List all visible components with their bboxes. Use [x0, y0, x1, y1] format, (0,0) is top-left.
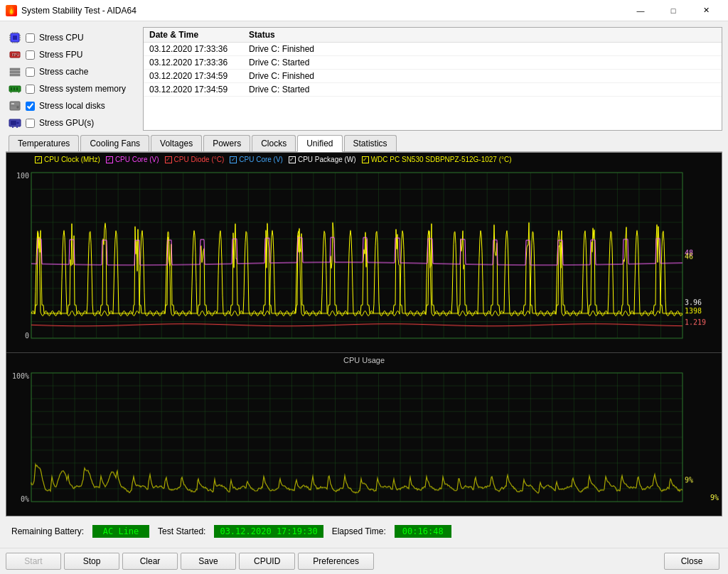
titlebar: System Stability Test - AIDA64 — □ ✕: [0, 0, 728, 21]
log-row-date: 03.12.2020 17:34:59: [149, 71, 249, 81]
svg-rect-34: [16, 126, 18, 128]
log-row-status: Drive C: Started: [249, 85, 716, 94]
legend-label: CPU Package (W): [298, 156, 356, 163]
stress-fpu-checkbox[interactable]: [26, 50, 35, 60]
stress-options-panel: Stress CPU FPU Stress FPU: [6, 27, 137, 131]
svg-rect-21: [11, 87, 12, 90]
stress-local-checkbox[interactable]: [26, 102, 35, 111]
elapsed-value: 00:16:48: [395, 525, 451, 538]
stress-local-item: Stress local disks: [6, 98, 137, 114]
stress-cache-item: Stress cache: [6, 64, 137, 80]
cpu-usage-chart: CPU Usage 9%: [6, 353, 722, 516]
log-row-date: 03.12.2020 17:34:59: [149, 85, 249, 94]
cpu-usage-chart-canvas[interactable]: [6, 353, 722, 516]
stress-memory-checkbox[interactable]: [26, 85, 35, 94]
test-started-label: Test Started:: [158, 526, 205, 536]
tab-clocks[interactable]: Clocks: [252, 135, 296, 151]
legend-label: CPU Diode (°C): [174, 156, 225, 163]
unified-chart: CPU Clock (MHz)CPU Core (V)CPU Diode (°C…: [6, 153, 722, 353]
legend-item[interactable]: CPU Core (V): [106, 156, 159, 163]
legend-checkbox[interactable]: [165, 156, 172, 163]
cpu-usage-title: CPU Usage: [343, 356, 385, 364]
log-header-date: Date & Time: [149, 30, 249, 40]
svg-rect-1: [13, 36, 17, 40]
cache-icon: [9, 65, 21, 78]
close-button[interactable]: Close: [664, 553, 719, 570]
charts-area: CPU Clock (MHz)CPU Core (V)CPU Diode (°C…: [6, 152, 722, 516]
stress-memory-label: Stress system memory: [39, 84, 126, 94]
app-title: System Stability Test - AIDA64: [21, 6, 136, 16]
stop-button[interactable]: Stop: [64, 553, 119, 570]
log-scroll-area[interactable]: 03.12.2020 17:33:36Drive C: Finished03.1…: [144, 43, 722, 130]
svg-rect-18: [10, 71, 20, 73]
legend-item[interactable]: CPU Package (W): [289, 156, 356, 163]
stress-gpu-checkbox[interactable]: [26, 119, 35, 128]
svg-rect-24: [11, 92, 11, 93]
save-button[interactable]: Save: [181, 553, 236, 570]
legend-item[interactable]: CPU Diode (°C): [165, 156, 225, 163]
stress-cache-checkbox[interactable]: [26, 67, 35, 77]
battery-value: AC Line: [92, 525, 149, 538]
log-header: Date & Time Status: [144, 28, 722, 43]
legend-checkbox[interactable]: [362, 156, 369, 163]
battery-label: Remaining Battery:: [11, 526, 84, 536]
preferences-button[interactable]: Preferences: [298, 553, 374, 570]
tab-statistics[interactable]: Statistics: [344, 135, 397, 151]
tab-voltages[interactable]: Voltages: [151, 135, 202, 151]
titlebar-left: System Stability Test - AIDA64: [6, 5, 136, 16]
tabs-bar: Temperatures Cooling Fans Voltages Power…: [6, 135, 722, 152]
tab-cooling-fans[interactable]: Cooling Fans: [80, 135, 149, 151]
stress-cache-label: Stress cache: [39, 67, 88, 77]
legend-item[interactable]: WDC PC SN530 SDBPNPZ-512G-1027 (°C): [362, 156, 512, 163]
cpu-icon: [9, 31, 21, 44]
titlebar-controls: — □ ✕: [624, 0, 722, 21]
legend-checkbox[interactable]: [289, 156, 296, 163]
stress-cpu-checkbox[interactable]: [26, 33, 35, 43]
close-window-button[interactable]: ✕: [690, 0, 722, 21]
log-row: 03.12.2020 17:33:36Drive C: Started: [144, 56, 722, 70]
legend-label: CPU Clock (MHz): [44, 156, 100, 163]
svg-text:FPU: FPU: [12, 53, 19, 57]
maximize-button[interactable]: □: [657, 0, 690, 21]
legend-label: WDC PC SN530 SDBPNPZ-512G-1027 (°C): [371, 156, 512, 163]
legend-checkbox[interactable]: [106, 156, 113, 163]
svg-rect-22: [14, 87, 15, 90]
stress-fpu-item: FPU Stress FPU: [6, 47, 137, 63]
legend-item[interactable]: CPU Core (V): [230, 156, 283, 163]
svg-rect-25: [18, 92, 19, 93]
svg-rect-31: [11, 121, 16, 125]
log-row: 03.12.2020 17:34:59Drive C: Finished: [144, 70, 722, 83]
disk-icon: [9, 99, 21, 112]
stress-cpu-label: Stress CPU: [39, 33, 84, 43]
log-row-date: 03.12.2020 17:33:36: [149, 44, 249, 54]
clear-button[interactable]: Clear: [122, 553, 178, 570]
tab-unified[interactable]: Unified: [297, 135, 342, 152]
svg-rect-27: [11, 103, 14, 104]
main-content: Stress CPU FPU Stress FPU: [0, 21, 728, 548]
svg-point-32: [16, 121, 19, 124]
tab-temperatures[interactable]: Temperatures: [9, 135, 79, 151]
stress-memory-item: Stress system memory: [6, 81, 137, 97]
app-icon: [6, 5, 17, 16]
ram-icon: [9, 82, 21, 95]
top-section: Stress CPU FPU Stress FPU: [6, 27, 722, 131]
stress-cpu-item: Stress CPU: [6, 30, 137, 45]
legend-checkbox[interactable]: [230, 156, 237, 163]
cpuid-button[interactable]: CPUID: [239, 553, 295, 570]
legend-item[interactable]: CPU Clock (MHz): [35, 156, 100, 163]
tab-powers[interactable]: Powers: [203, 135, 250, 151]
log-row-date: 03.12.2020 17:33:36: [149, 58, 249, 67]
start-button[interactable]: Start: [6, 553, 61, 570]
svg-point-28: [16, 106, 19, 109]
svg-rect-33: [12, 126, 14, 128]
minimize-button[interactable]: —: [624, 0, 657, 21]
chart2-right-labels: 9%: [710, 494, 719, 502]
legend-checkbox[interactable]: [35, 156, 42, 163]
test-started-value: 03.12.2020 17:19:30: [214, 525, 323, 538]
legend-label: CPU Core (V): [239, 156, 283, 163]
log-header-status: Status: [249, 30, 716, 40]
unified-chart-canvas[interactable]: [6, 153, 722, 352]
log-panel: Date & Time Status 03.12.2020 17:33:36Dr…: [143, 27, 722, 131]
elapsed-label: Elapsed Time:: [332, 526, 386, 536]
stress-local-label: Stress local disks: [39, 101, 105, 111]
